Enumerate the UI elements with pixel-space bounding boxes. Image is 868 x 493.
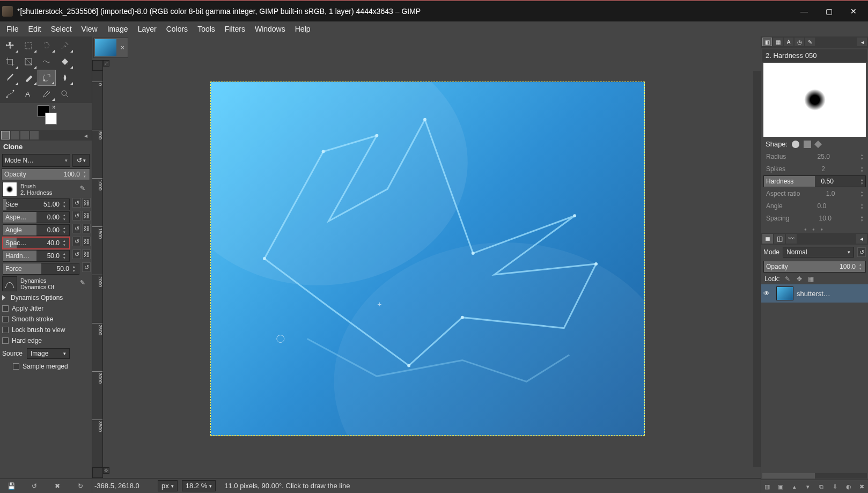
zoom-fit-icon[interactable]: ⤢ [103, 60, 109, 67]
layer-scroll[interactable] [762, 473, 867, 479]
aspect-link-button[interactable]: ⛓ [82, 211, 91, 220]
force-reset-button[interactable]: ↺ [82, 262, 91, 272]
angle-link-button[interactable]: ⛓ [82, 224, 91, 233]
vertical-scrollbar[interactable] [753, 71, 761, 467]
hardness-param[interactable]: Hardness0.50▴▾ [763, 175, 866, 187]
right-tab-menu-icon[interactable]: ◂ [857, 38, 867, 46]
image-tab-close-icon[interactable]: × [119, 44, 127, 51]
clone-tool[interactable] [38, 70, 56, 86]
text-tool[interactable]: A [19, 86, 38, 102]
spacing-reset-button[interactable]: ↺ [72, 237, 81, 246]
dynamics-edit-icon[interactable]: ✎ [80, 279, 90, 289]
menu-file[interactable]: File [2, 23, 23, 35]
force-slider[interactable]: Force 50.0 ▴▾ [3, 263, 79, 275]
menu-filters[interactable]: Filters [220, 23, 249, 35]
menu-view[interactable]: View [77, 23, 102, 35]
dynamics-options-expander[interactable]: Dynamics Options [0, 292, 92, 303]
undo-history-tab[interactable] [20, 131, 29, 139]
delete-preset-icon[interactable]: ✖ [53, 481, 62, 491]
angle-reset-button[interactable]: ↺ [72, 224, 81, 233]
zoom-select[interactable]: 18.2 %▾ [182, 480, 216, 491]
path-tool[interactable] [1, 86, 19, 102]
hardness-reset-button[interactable]: ↺ [72, 249, 81, 259]
history-tab[interactable]: ◷ [795, 38, 804, 46]
spacing-slider[interactable]: Spac… 40.0 ▴▾ [3, 237, 70, 249]
merge-down-icon[interactable]: ⇩ [830, 482, 840, 491]
hard-edge-checkbox[interactable] [2, 337, 9, 344]
minimize-button[interactable]: — [792, 3, 816, 20]
sample-merged-checkbox[interactable] [13, 363, 19, 370]
mask-icon[interactable]: ◐ [844, 482, 854, 491]
smooth-stroke-checkbox[interactable] [2, 316, 9, 322]
size-reset-button[interactable]: ↺ [72, 198, 81, 208]
warp-tool[interactable] [38, 54, 56, 70]
menu-colors[interactable]: Colors [162, 23, 192, 35]
image-tab[interactable]: × [93, 38, 128, 58]
aspect-slider[interactable]: Aspe… 0.00 ▴▾ [3, 211, 70, 223]
color-picker-tool[interactable] [38, 86, 56, 102]
source-select[interactable]: Image ▾ [27, 348, 70, 359]
tool-options-tab[interactable] [1, 131, 10, 139]
transform-tool[interactable] [19, 54, 38, 70]
apply-jitter-checkbox[interactable] [2, 305, 9, 312]
blend-mode-select[interactable]: Mode N… ▾ [2, 154, 70, 167]
layer-name[interactable]: shutterst… [797, 290, 866, 298]
size-link-button[interactable]: ⛓ [82, 198, 91, 208]
fuzzy-select-tool[interactable] [56, 38, 74, 54]
edit-brush-tab[interactable]: ✎ [805, 38, 815, 46]
menu-windows[interactable]: Windows [251, 23, 290, 35]
brushes-tab[interactable]: ◧ [762, 38, 772, 46]
lock-position-icon[interactable]: ✥ [795, 275, 804, 283]
vertical-ruler[interactable]: 0500100015002000250030003500 [92, 71, 103, 467]
ruler-origin[interactable] [92, 60, 103, 71]
brush-preview[interactable] [2, 182, 17, 197]
new-group-icon[interactable]: ▣ [776, 482, 785, 491]
restore-preset-icon[interactable]: ↺ [30, 481, 39, 491]
shape-circle[interactable] [792, 141, 799, 148]
lock-brush-checkbox[interactable] [2, 327, 9, 333]
zoom-tool[interactable] [56, 86, 74, 102]
layer-up-icon[interactable]: ▴ [790, 482, 799, 491]
move-tool[interactable] [1, 38, 19, 54]
maximize-button[interactable]: ▢ [816, 3, 841, 20]
hardness-slider[interactable]: Hardn… 50.0 ▴▾ [3, 250, 70, 262]
navigation-icon[interactable]: ✥ [103, 467, 109, 474]
tab-menu-icon[interactable]: ◂ [84, 132, 91, 138]
angle-slider[interactable]: Angle 0.00 ▴▾ [3, 224, 70, 236]
reset-options-icon[interactable]: ↻ [76, 481, 85, 491]
dock-separator[interactable]: ● ● ● [761, 226, 868, 233]
new-layer-icon[interactable]: ▥ [762, 482, 772, 491]
bucket-fill-tool[interactable] [56, 54, 74, 70]
smudge-tool[interactable] [56, 70, 74, 86]
lock-alpha-icon[interactable]: ▦ [807, 275, 815, 283]
lock-pixels-icon[interactable]: ✎ [783, 275, 792, 283]
menu-edit[interactable]: Edit [24, 23, 46, 35]
unit-select[interactable]: px▾ [158, 480, 178, 491]
free-select-tool[interactable] [38, 38, 56, 54]
paths-tab[interactable]: 〰 [786, 234, 797, 244]
layer-mode-toggle[interactable]: ↺ [857, 247, 866, 257]
delete-layer-icon[interactable]: ✖ [857, 482, 867, 491]
mode-toggle-button[interactable]: ↺▾ [72, 154, 90, 167]
menu-help[interactable]: Help [291, 23, 315, 35]
image-canvas[interactable]: + [210, 82, 645, 436]
eraser-tool[interactable] [19, 70, 38, 86]
layers-tab[interactable]: ≣ [762, 234, 773, 244]
swap-colors-icon[interactable]: ⤭ [52, 104, 56, 110]
spacing-link-button[interactable]: ⛓ [82, 237, 91, 246]
quick-mask-toggle[interactable] [92, 467, 103, 478]
layer-opacity-slider[interactable]: Opacity 100.0 ▴▾ [763, 261, 866, 273]
rect-select-tool[interactable] [19, 38, 38, 54]
crop-tool[interactable] [1, 54, 19, 70]
shape-diamond[interactable] [814, 140, 822, 148]
aspect-reset-button[interactable]: ↺ [72, 211, 81, 220]
menu-select[interactable]: Select [47, 23, 76, 35]
layer-visibility-icon[interactable]: 👁 [763, 290, 773, 297]
duplicate-layer-icon[interactable]: ⧉ [816, 482, 826, 491]
background-color[interactable] [45, 113, 57, 124]
opacity-slider[interactable]: Opacity 100.0 ▴▾ [2, 168, 90, 180]
dynamics-preview[interactable] [2, 276, 17, 291]
device-status-tab[interactable] [11, 131, 19, 139]
menu-image[interactable]: Image [103, 23, 133, 35]
layer-down-icon[interactable]: ▾ [803, 482, 813, 491]
